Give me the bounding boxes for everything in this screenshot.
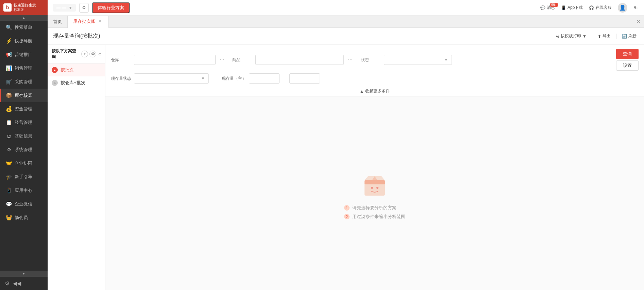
warehouse-label: 仓库: [111, 57, 131, 63]
sidebar: b 畅康通好生意 标准版 ▲ 🔍 搜索菜单 ⚡ 快捷导航 📢 营销推广 📊 销售…: [0, 0, 48, 290]
sidebar-item-label: 销售管理: [15, 65, 32, 71]
basics-icon: 🗂: [6, 133, 12, 139]
plan-item-by-warehouse-batch[interactable]: ○ 按仓库+批次: [48, 76, 105, 89]
warehouse-more-btn[interactable]: ···: [218, 57, 225, 63]
app-edition: 标准版: [14, 7, 36, 12]
sidebar-item-purchase[interactable]: 🛒 采购管理: [0, 75, 48, 89]
sidebar-item-member[interactable]: 👑 畅会员: [0, 211, 48, 224]
tip-text-1: 请先选择要分析的方案: [352, 205, 396, 211]
sidebar-item-label: 快捷导航: [15, 38, 32, 44]
breadcrumb-text: — —: [56, 5, 66, 10]
sidebar-item-newbie[interactable]: 🎓 新手引导: [0, 170, 48, 184]
tabs-bar: 首页 库存批次账 ✕ ✕: [48, 16, 644, 28]
online-service-btn[interactable]: 🎧 在线客服: [589, 5, 612, 11]
export-btn[interactable]: ⬆ 导出: [596, 32, 613, 40]
stock-qty-max-input[interactable]: [289, 73, 320, 84]
topbar-gear-button[interactable]: ⚙: [79, 3, 89, 13]
tab-home-label: 首页: [53, 19, 62, 25]
page-title: 现存量查询(按批次): [53, 33, 100, 40]
stock-qty-min-input[interactable]: [249, 73, 279, 84]
sidebar-item-system[interactable]: ⚙ 系统管理: [0, 143, 48, 157]
sidebar-item-basics[interactable]: 🗂 基础信息: [0, 129, 48, 143]
empty-illustration: [358, 167, 392, 201]
sidebar-item-finance[interactable]: 💰 资金管理: [0, 102, 48, 116]
collapse-sidebar-icon[interactable]: ◀◀: [13, 280, 21, 287]
plan-label-by-batch: 按批次: [61, 67, 74, 73]
sidebar-item-inventory[interactable]: 📦 库存核算: [0, 89, 48, 102]
topbar-breadcrumb[interactable]: — — ▼: [53, 4, 76, 12]
sidebar-item-search-menu[interactable]: 🔍 搜索菜单: [0, 21, 48, 34]
tab-inventory-batch[interactable]: 库存批次账 ✕: [68, 16, 108, 28]
sidebar-item-label: 企业协同: [15, 160, 32, 166]
export-icon: ⬆: [598, 34, 601, 39]
sidebar-item-marketing[interactable]: 📢 营销推广: [0, 48, 48, 61]
tip-num-2: 2: [344, 214, 350, 219]
stock-qty-label: 现存量（主）: [222, 76, 246, 81]
collapse-conditions-btn[interactable]: ▲ 收起更多条件: [105, 86, 644, 96]
sidebar-item-label: 畅会员: [15, 215, 28, 221]
sidebar-item-label: 系统管理: [15, 147, 32, 153]
sidebar-scroll-down[interactable]: ▼: [0, 271, 48, 276]
print-dropdown-icon[interactable]: ▼: [582, 34, 587, 39]
app-download-icon: 📱: [561, 5, 566, 10]
product-input[interactable]: [255, 55, 344, 65]
refresh-btn[interactable]: 🔄 刷新: [620, 32, 639, 40]
app-download-btn[interactable]: 📱 App下载: [561, 5, 583, 11]
close-tab-icon[interactable]: ✕: [636, 18, 641, 25]
plan-item-by-batch[interactable]: ● 按批次: [48, 64, 105, 76]
sidebar-item-enterprise-wechat[interactable]: 💬 企业微信: [0, 197, 48, 211]
status-select[interactable]: ▼: [384, 55, 452, 65]
stock-qty-dash: —: [282, 76, 287, 81]
tabs-right: ✕: [636, 18, 644, 25]
system-icon: ⚙: [6, 147, 12, 153]
experience-btn[interactable]: 体验行业方案: [92, 2, 130, 13]
refresh-icon: 🔄: [622, 34, 627, 39]
username-label: Rit: [633, 5, 639, 10]
print-label: 按模板打印: [561, 33, 581, 39]
tab-home[interactable]: 首页: [48, 16, 68, 28]
status-arrow-icon: ▼: [444, 57, 448, 62]
filter-section: 仓库 ··· 商品 ··· 状态 ▼ 查询 设置: [105, 45, 644, 96]
sidebar-item-app-center[interactable]: 📱 应用中心: [0, 184, 48, 197]
operations-icon: 📋: [6, 120, 12, 126]
stock-status-select[interactable]: ▼: [134, 73, 209, 84]
gear-icon: ⚙: [82, 5, 86, 10]
left-panel-actions: + ⚙: [81, 51, 96, 57]
product-label: 商品: [232, 57, 253, 63]
sidebar-item-enterprise[interactable]: 🤝 企业协同: [0, 157, 48, 170]
settings-footer-icon[interactable]: ⚙: [5, 280, 10, 287]
messages-btn[interactable]: 💬 消息 99+: [540, 5, 555, 11]
main-content: — — ▼ ⚙ 体验行业方案 💬 消息 99+ 📱 App下载 🎧 在线客服 👤…: [48, 0, 644, 290]
add-plan-btn[interactable]: +: [81, 51, 88, 57]
sidebar-item-label: 库存核算: [15, 92, 32, 98]
tab-close-inventory-batch[interactable]: ✕: [97, 19, 103, 24]
empty-tip-1: 1 请先选择要分析的方案: [344, 205, 405, 211]
plan-settings-btn[interactable]: ⚙: [89, 51, 96, 57]
tip-num-1: 1: [344, 205, 350, 211]
warehouse-input[interactable]: [134, 55, 216, 65]
sidebar-item-label: 新手引导: [15, 174, 32, 180]
sidebar-item-operations[interactable]: 📋 经营管理: [0, 116, 48, 129]
add-plan-icon: +: [84, 52, 86, 56]
svg-point-3: [376, 187, 378, 189]
product-more-btn[interactable]: ···: [346, 57, 354, 63]
sidebar-scroll-up[interactable]: ▲: [0, 15, 48, 21]
tip-text-2: 用过滤条件来缩小分析范围: [352, 214, 405, 220]
empty-state: 1 请先选择要分析的方案 2 用过滤条件来缩小分析范围: [105, 96, 644, 290]
print-btn[interactable]: 🖨 按模板打印 ▼: [553, 32, 589, 40]
sidebar-item-quick-nav[interactable]: ⚡ 快捷导航: [0, 34, 48, 48]
app-center-icon: 📱: [6, 187, 12, 194]
tab-inventory-batch-label: 库存批次账: [73, 18, 95, 24]
messages-badge: 99+: [550, 3, 558, 7]
page-header: 现存量查询(按批次) 🖨 按模板打印 ▼ ⬆ 导出 🔄 刷新: [48, 28, 644, 45]
sidebar-item-label: 基础信息: [15, 133, 32, 139]
right-content: 仓库 ··· 商品 ··· 状态 ▼ 查询 设置: [105, 45, 644, 290]
query-btn[interactable]: 查询: [616, 49, 639, 59]
sidebar-item-label: 企业微信: [15, 201, 32, 207]
sidebar-item-sales[interactable]: 📊 销售管理: [0, 61, 48, 75]
left-panel-title: 按以下方案查询: [52, 48, 79, 60]
settings-btn[interactable]: 设置: [616, 60, 639, 71]
plan-settings-icon: ⚙: [91, 52, 95, 56]
collapse-panel-btn[interactable]: «: [98, 51, 101, 57]
content-area: 按以下方案查询 + ⚙ « ● 按批次: [48, 45, 644, 290]
